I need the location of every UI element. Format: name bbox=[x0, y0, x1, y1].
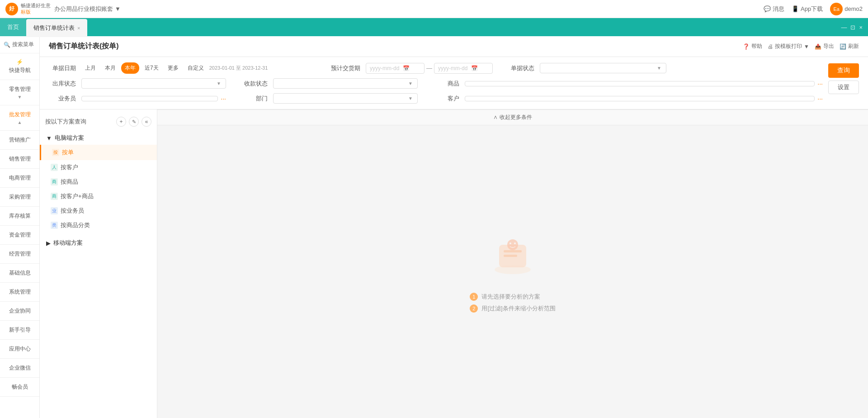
custom-btn[interactable]: 自定义 bbox=[184, 62, 208, 74]
sidebar-item-ops[interactable]: 经营管理 bbox=[0, 245, 39, 264]
export-btn[interactable]: 📤 导出 bbox=[815, 43, 834, 50]
sidebar-item-sales[interactable]: 销售管理 bbox=[0, 150, 39, 169]
salesperson-select[interactable] bbox=[81, 96, 218, 101]
scheme-item-by-category[interactable]: 类 按商品分类 bbox=[40, 218, 157, 233]
bill-status-select[interactable]: ▼ bbox=[540, 63, 666, 73]
this-year-btn[interactable]: 本年 bbox=[121, 62, 139, 74]
this-month-btn[interactable]: 本月 bbox=[101, 62, 119, 74]
tab-close-icon[interactable]: × bbox=[77, 25, 80, 31]
search-icon: 🔍 bbox=[4, 42, 10, 48]
refresh-btn[interactable]: 🔄 刷新 bbox=[840, 43, 859, 50]
setting-btn[interactable]: 设置 bbox=[828, 81, 859, 94]
dept-select[interactable]: ▼ bbox=[273, 93, 418, 104]
window-maximize-btn[interactable]: ⊡ bbox=[850, 24, 855, 31]
more-btn[interactable]: 更多 bbox=[164, 62, 182, 74]
svg-point-5 bbox=[509, 242, 511, 244]
edit-scheme-btn[interactable]: ✎ bbox=[129, 117, 139, 127]
customer-select[interactable] bbox=[465, 96, 815, 101]
logo-text: 畅捷通好生意 标版 bbox=[21, 3, 51, 14]
salesperson-more-icon[interactable]: ··· bbox=[221, 95, 226, 102]
avatar: Ea bbox=[830, 3, 843, 15]
by-order-icon: 按 bbox=[52, 149, 59, 156]
pc-group-arrow: ▼ bbox=[46, 135, 52, 142]
sales-label: 销售管理 bbox=[9, 155, 31, 163]
delivery-status-select[interactable]: ▼ bbox=[81, 78, 226, 89]
page-title: 销售订单统计表(按单) bbox=[49, 42, 119, 57]
sidebar: 🔍 搜索菜单 ⚡ 快捷导航 零售管理 ▼ 批发管理 ▲ 营销推广 销售管理 电商… bbox=[0, 36, 40, 418]
sidebar-search-btn[interactable]: 🔍 搜索菜单 bbox=[0, 36, 39, 53]
sidebar-item-marketing[interactable]: 营销推广 bbox=[0, 131, 39, 150]
by-customer-icon: 人 bbox=[51, 164, 58, 171]
predicted-date-start[interactable]: yyyy-mm-dd 📅 bbox=[366, 63, 425, 74]
sidebar-item-wechat[interactable]: 企业微信 bbox=[0, 359, 39, 378]
tab-home[interactable]: 首页 bbox=[0, 18, 26, 36]
payment-status-select[interactable]: ▼ bbox=[273, 78, 418, 89]
top-bar: 好 畅捷通好生意 标版 办公用品行业模拟账套 ▼ 💬 消息 📱 App下载 Ea… bbox=[0, 0, 868, 18]
predicted-date-label: 预计交货期 bbox=[331, 64, 360, 72]
finance-label: 资金管理 bbox=[9, 231, 31, 239]
sidebar-item-retail[interactable]: 零售管理 ▼ bbox=[0, 80, 39, 105]
add-scheme-btn[interactable]: + bbox=[116, 117, 126, 127]
print-dropdown-icon[interactable]: ▼ bbox=[804, 43, 809, 50]
last7-btn[interactable]: 近7天 bbox=[141, 62, 162, 74]
message-btn[interactable]: 💬 消息 bbox=[764, 5, 784, 13]
window-close-btn[interactable]: × bbox=[859, 24, 863, 31]
goods-select[interactable] bbox=[465, 81, 815, 86]
user-menu[interactable]: Ea demo2 bbox=[830, 3, 863, 15]
apps-label: 应用中心 bbox=[9, 345, 31, 353]
breadcrumb-dropdown-icon[interactable]: ▼ bbox=[115, 5, 121, 12]
scheme-group-mobile-title[interactable]: ▶ 移动端方案 bbox=[40, 236, 157, 250]
window-minimize-btn[interactable]: — bbox=[841, 24, 847, 31]
sidebar-item-quick-nav[interactable]: ⚡ 快捷导航 bbox=[0, 53, 39, 80]
sidebar-item-inventory[interactable]: 库存核算 bbox=[0, 207, 39, 226]
sidebar-item-ecom[interactable]: 电商管理 bbox=[0, 169, 39, 188]
left-panel-wrapper: 按以下方案查询 + ✎ « ▼ 电脑端方案 按 按单 bbox=[40, 109, 868, 418]
sidebar-item-newbie[interactable]: 新手引导 bbox=[0, 321, 39, 340]
last-month-btn[interactable]: 上月 bbox=[81, 62, 99, 74]
query-btn[interactable]: 查询 bbox=[828, 63, 859, 78]
app-download-btn[interactable]: 📱 App下载 bbox=[792, 5, 823, 13]
calendar-icon-end[interactable]: 📅 bbox=[471, 65, 478, 71]
by-sales-icon: 业 bbox=[51, 207, 58, 214]
by-category-label: 按商品分类 bbox=[61, 221, 90, 229]
help-btn[interactable]: ❓ 帮助 bbox=[743, 43, 762, 50]
scheme-list: ▼ 电脑端方案 按 按单 人 按客户 商 按商品 bbox=[40, 129, 157, 253]
filter-area: 单据日期 上月 本月 本年 近7天 更多 自定义 2023-01-01 至 20… bbox=[40, 57, 868, 109]
collapse-bar[interactable]: ∧ 收起更多条件 bbox=[157, 109, 868, 125]
tab-sales-order[interactable]: 销售订单统计表 × bbox=[26, 19, 87, 37]
sidebar-item-corp[interactable]: 企业协同 bbox=[0, 302, 39, 321]
scheme-item-by-goods[interactable]: 商 按商品 bbox=[40, 175, 157, 189]
breadcrumb-area: 办公用品行业模拟账套 ▼ bbox=[54, 5, 121, 13]
tip-num-2: 2 bbox=[470, 304, 478, 313]
dept-label: 部门 bbox=[241, 95, 268, 103]
print-btn[interactable]: 🖨 按模板打印 ▼ bbox=[768, 43, 809, 50]
filter-row-1: 单据日期 上月 本月 本年 近7天 更多 自定义 2023-01-01 至 20… bbox=[49, 62, 823, 74]
retail-label: 零售管理 bbox=[9, 86, 31, 93]
by-category-icon: 类 bbox=[51, 222, 58, 229]
customer-more-icon[interactable]: ··· bbox=[817, 95, 823, 102]
collapse-panel-btn[interactable]: « bbox=[142, 117, 151, 127]
scheme-item-by-customer[interactable]: 人 按客户 bbox=[40, 160, 157, 175]
predicted-date-end[interactable]: yyyy-mm-dd 📅 bbox=[434, 63, 493, 74]
goods-more-icon[interactable]: ··· bbox=[817, 80, 823, 87]
search-label: 搜索菜单 bbox=[12, 41, 34, 48]
sidebar-item-member[interactable]: 畅会员 bbox=[0, 378, 39, 397]
sidebar-item-system[interactable]: 系统管理 bbox=[0, 283, 39, 302]
bill-status-label: 单据状态 bbox=[507, 64, 534, 72]
sidebar-item-basic[interactable]: 基础信息 bbox=[0, 264, 39, 283]
corp-label: 企业协同 bbox=[9, 307, 31, 315]
scheme-group-pc-title[interactable]: ▼ 电脑端方案 bbox=[40, 131, 157, 145]
predicted-date-group: yyyy-mm-dd 📅 — yyyy-mm-dd 📅 bbox=[366, 63, 493, 74]
sidebar-item-apps[interactable]: 应用中心 bbox=[0, 340, 39, 359]
by-order-label: 按单 bbox=[62, 148, 74, 157]
top-bar-left: 好 畅捷通好生意 标版 办公用品行业模拟账套 ▼ bbox=[5, 3, 121, 15]
calendar-icon-start[interactable]: 📅 bbox=[403, 65, 410, 71]
sidebar-item-purchase[interactable]: 采购管理 bbox=[0, 188, 39, 207]
date-range-text: 2023-01-01 至 2023-12-31 bbox=[209, 65, 268, 71]
scheme-item-by-cust-goods[interactable]: 商 按客户+商品 bbox=[40, 189, 157, 204]
scheme-item-by-order[interactable]: 按 按单 bbox=[40, 145, 157, 160]
dept-dropdown-icon: ▼ bbox=[408, 96, 413, 101]
sidebar-item-finance[interactable]: 资金管理 bbox=[0, 226, 39, 245]
scheme-item-by-sales[interactable]: 业 按业务员 bbox=[40, 204, 157, 218]
sidebar-item-wholesale[interactable]: 批发管理 ▲ bbox=[0, 105, 39, 131]
